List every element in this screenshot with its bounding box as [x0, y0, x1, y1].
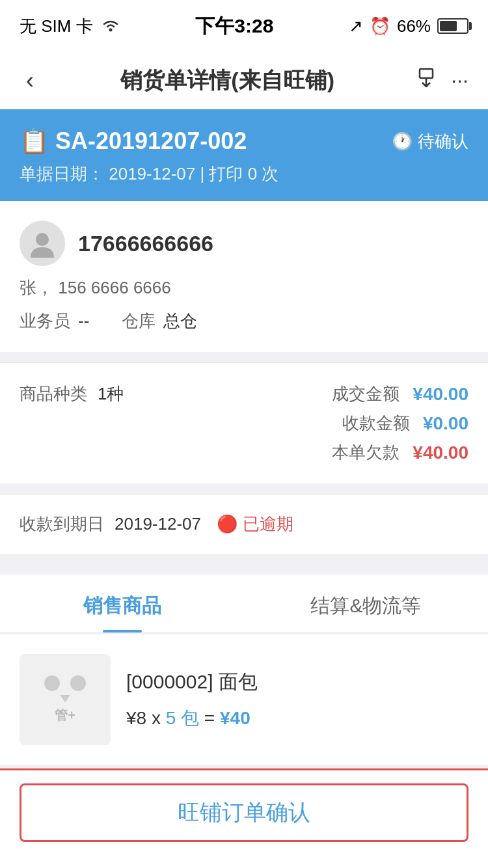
- debt-label: 本单欠款: [332, 441, 400, 464]
- receipt-label: 收款金额: [342, 412, 410, 435]
- overdue-text: 已逾期: [243, 513, 293, 536]
- product-card: 管+ [0000002] 面包 ¥8 x 5 包 = ¥40: [0, 634, 488, 765]
- order-date: 2019-12-07: [109, 164, 195, 183]
- share-icon[interactable]: [414, 66, 438, 95]
- wifi-icon: [101, 16, 120, 36]
- order-id-icon: 📋: [20, 128, 49, 155]
- sales-item: 业务员 --: [20, 310, 89, 332]
- due-date-value: 2019-12-07: [115, 514, 201, 534]
- order-status-badge: 🕐 待确认: [392, 130, 468, 153]
- debt-value: ¥40.00: [413, 442, 468, 463]
- tab-settlement-label: 结算&物流等: [310, 595, 421, 616]
- location-icon: ↗: [349, 16, 363, 36]
- customer-phone-alt: 156 6666 6666: [58, 278, 171, 297]
- summary-card: 商品种类 1种 成交金额 ¥40.00 收款金额 ¥0.00 本单欠款 ¥40.…: [0, 363, 488, 483]
- amount-row-2: 收款金额 ¥0.00: [342, 412, 468, 435]
- svg-point-0: [109, 28, 112, 31]
- product-code: [0000002]: [126, 671, 213, 692]
- alarm-icon: ⏰: [370, 16, 390, 36]
- page-title: 销货单详情(来自旺铺): [120, 66, 334, 96]
- warehouse-label: 仓库: [122, 310, 156, 332]
- summary-left: 商品种类 1种: [20, 383, 124, 405]
- header-top: 📋 SA-20191207-002 🕐 待确认: [20, 128, 468, 155]
- tab-settlement[interactable]: 结算&物流等: [244, 575, 488, 632]
- owl-label: 管+: [55, 707, 75, 724]
- amount-row-1: 成交金额 ¥40.00: [332, 383, 468, 405]
- summary-right: 成交金额 ¥40.00 收款金额 ¥0.00 本单欠款 ¥40.00: [332, 383, 468, 464]
- order-meta: 单据日期： 2019-12-07 | 打印 0 次: [20, 163, 468, 185]
- print-unit: 次: [262, 164, 278, 183]
- multiply-symbol: x: [152, 708, 166, 728]
- svg-rect-1: [420, 69, 433, 78]
- status-clock-icon: 🕐: [392, 131, 413, 152]
- print-label: | 打印: [200, 164, 243, 183]
- svg-point-3: [36, 233, 49, 246]
- equals-symbol: =: [204, 708, 220, 728]
- tabs-container: 销售商品 结算&物流等: [0, 575, 488, 633]
- due-label: 收款到期日: [20, 513, 104, 536]
- sales-value: --: [78, 311, 89, 331]
- unit-price: ¥8: [126, 708, 146, 728]
- status-text: 待确认: [418, 130, 468, 153]
- section-divider: [0, 564, 488, 575]
- product-total: ¥40: [220, 708, 251, 728]
- type-label: 商品种类: [20, 383, 87, 405]
- date-label: 单据日期：: [20, 164, 104, 183]
- customer-name-text: 张: [20, 278, 36, 297]
- battery-icon: [437, 18, 468, 34]
- status-left: 无 SIM 卡: [20, 15, 120, 38]
- product-image: 管+: [20, 654, 111, 745]
- owl-eye-right: [70, 675, 86, 691]
- overdue-badge: 🔴 已逾期: [217, 513, 293, 536]
- avatar: [20, 221, 65, 266]
- bottom-button-container: 旺铺订单确认: [0, 768, 488, 868]
- status-right: ↗ ⏰ 66%: [349, 16, 468, 36]
- product-thumbnail: 管+: [29, 664, 101, 735]
- amount-label: 成交金额: [332, 383, 400, 405]
- customer-card: 17666666666 张， 156 6666 6666 业务员 -- 仓库 总…: [0, 201, 488, 352]
- status-time: 下午3:28: [195, 13, 273, 40]
- receipt-value: ¥0.00: [423, 413, 468, 434]
- battery-percent: 66%: [397, 16, 431, 36]
- product-qty: 5: [166, 708, 176, 728]
- customer-phone: 17666666666: [78, 231, 213, 256]
- tab-sales-goods[interactable]: 销售商品: [0, 575, 244, 632]
- customer-top: 17666666666: [20, 221, 468, 266]
- nav-bar: ‹ 销货单详情(来自旺铺) ···: [0, 52, 488, 109]
- owl-eyes: [44, 675, 86, 691]
- product-title: 面包: [219, 671, 258, 692]
- order-id: 📋 SA-20191207-002: [20, 128, 247, 155]
- sales-label: 业务员: [20, 310, 70, 332]
- owl-beak: [60, 695, 70, 703]
- overdue-icon: 🔴: [217, 514, 237, 534]
- more-icon[interactable]: ···: [451, 68, 468, 92]
- back-button[interactable]: ‹: [20, 61, 40, 101]
- nav-actions: ···: [414, 66, 468, 95]
- product-name: [0000002] 面包: [126, 669, 468, 696]
- type-value: 1种: [98, 383, 124, 405]
- carrier-label: 无 SIM 卡: [20, 15, 93, 38]
- customer-meta: 业务员 -- 仓库 总仓: [20, 310, 468, 332]
- print-count: 0: [248, 164, 257, 183]
- product-info: [0000002] 面包 ¥8 x 5 包 = ¥40: [126, 669, 468, 731]
- product-price: ¥8 x 5 包 = ¥40: [126, 706, 468, 731]
- warehouse-item: 仓库 总仓: [122, 310, 197, 332]
- customer-info: 张， 156 6666 6666: [20, 277, 468, 299]
- confirm-order-button[interactable]: 旺铺订单确认: [20, 783, 468, 842]
- amount-value: ¥40.00: [413, 384, 468, 405]
- amount-row-3: 本单欠款 ¥40.00: [332, 441, 468, 464]
- status-bar: 无 SIM 卡 下午3:28 ↗ ⏰ 66%: [0, 0, 488, 52]
- tab-sales-goods-label: 销售商品: [83, 595, 161, 616]
- order-id-text: SA-20191207-002: [55, 128, 247, 155]
- product-qty-unit: 包: [181, 708, 199, 728]
- header-card: 📋 SA-20191207-002 🕐 待确认 单据日期： 2019-12-07…: [0, 109, 488, 201]
- owl-eye-left: [44, 675, 60, 691]
- warehouse-value: 总仓: [163, 310, 197, 332]
- due-date-card: 收款到期日 2019-12-07 🔴 已逾期: [0, 495, 488, 554]
